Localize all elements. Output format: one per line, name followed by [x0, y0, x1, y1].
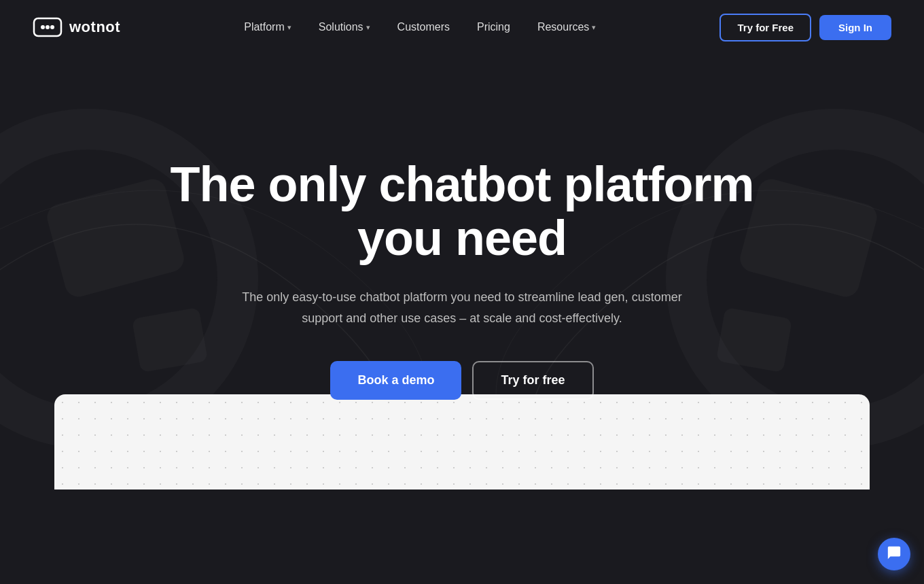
chat-bubble-icon — [887, 545, 902, 564]
logo[interactable]: wotnot — [33, 17, 120, 37]
nav-item-solutions[interactable]: Solutions ▾ — [308, 16, 381, 39]
hero-subtitle: The only easy-to-use chatbot platform yo… — [231, 287, 693, 328]
try-free-button[interactable]: Try for Free — [719, 14, 811, 41]
svg-point-1 — [41, 25, 45, 29]
nav-item-platform[interactable]: Platform ▾ — [233, 16, 302, 39]
svg-point-2 — [46, 25, 50, 29]
chevron-down-icon: ▾ — [592, 23, 596, 32]
bg-shape-top-left — [44, 176, 187, 300]
hero-title: The only chatbot platform you need — [170, 158, 753, 265]
chevron-down-icon: ▾ — [287, 23, 291, 32]
hero-section: The only chatbot platform you need The o… — [0, 54, 924, 489]
hero-content: The only chatbot platform you need The o… — [170, 158, 753, 400]
nav-links: Platform ▾ Solutions ▾ Customers Pricing… — [233, 16, 607, 39]
chevron-down-icon: ▾ — [366, 23, 370, 32]
svg-point-3 — [50, 25, 54, 29]
try-free-hero-button[interactable]: Try for free — [472, 361, 593, 400]
sign-in-button[interactable]: Sign In — [819, 15, 891, 40]
bg-shape-top-right — [737, 176, 880, 300]
nav-item-pricing[interactable]: Pricing — [466, 16, 521, 39]
book-demo-button[interactable]: Book a demo — [330, 361, 461, 400]
wotnot-logo-icon — [33, 17, 63, 37]
navbar: wotnot Platform ▾ Solutions ▾ Customers … — [0, 0, 924, 54]
nav-item-customers[interactable]: Customers — [387, 16, 461, 39]
bottom-preview-card — [54, 394, 870, 489]
logo-text: wotnot — [69, 18, 120, 36]
nav-actions: Try for Free Sign In — [719, 14, 891, 41]
chat-widget-button[interactable] — [878, 538, 910, 570]
hero-cta-buttons: Book a demo Try for free — [170, 361, 753, 400]
nav-item-resources[interactable]: Resources ▾ — [527, 16, 607, 39]
